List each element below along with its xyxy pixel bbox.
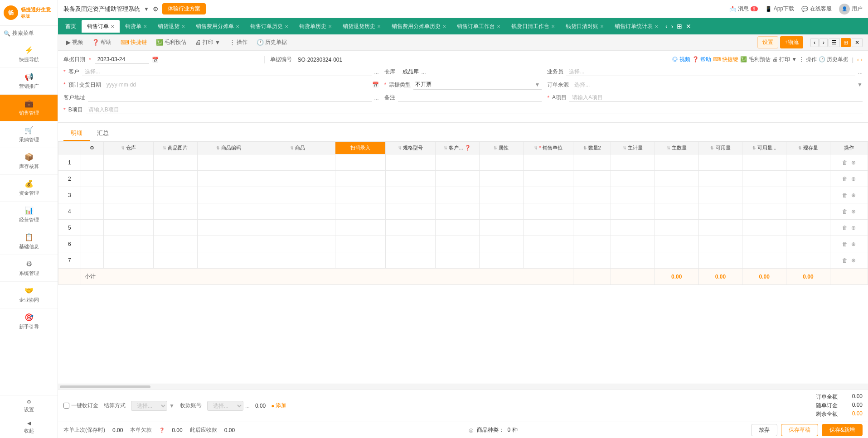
a-project-input[interactable] [569, 93, 863, 102]
row-1-attr[interactable] [479, 154, 523, 171]
tab-close-icon-4[interactable]: ✕ [236, 24, 239, 29]
tab-close-icon-6[interactable]: ✕ [328, 24, 332, 29]
tab-close-icon-8[interactable]: ✕ [442, 24, 446, 29]
add-goods-btn[interactable]: +物流 [780, 36, 803, 48]
tab-home[interactable]: 首页 [60, 20, 82, 33]
tab-close-icon-7[interactable]: ✕ [377, 24, 381, 29]
history-btn[interactable]: 🕐 历史单据 [254, 38, 290, 47]
list-view-btn[interactable]: ☰ [829, 38, 840, 47]
sidebar-item-quick-nav[interactable]: ⚡ 快捷导航 [0, 41, 58, 68]
staff-more-btn[interactable]: ... [858, 69, 863, 75]
th-unit[interactable]: ⇅ * 销售单位 [523, 142, 573, 154]
tab-close-icon-11[interactable]: ✕ [600, 24, 604, 29]
view-toolbar-btn[interactable]: ◎ 视频 [672, 56, 690, 63]
tab-close-icon[interactable]: ✕ [111, 24, 114, 29]
delivery-input[interactable] [104, 81, 369, 89]
help-btn[interactable]: ❓ 帮助 [89, 38, 114, 47]
row-2-unit[interactable] [523, 171, 573, 187]
row-7-copy-icon[interactable]: ⊕ [851, 257, 856, 264]
ops-toolbar-btn[interactable]: ⋮ 操作 [799, 56, 816, 63]
tab-daily-reconcile[interactable]: 钱货日清对账 ✕ [560, 20, 609, 33]
warehouse-more-btn[interactable]: ... [422, 69, 426, 75]
invoice-select[interactable]: 不开票 ▼ [413, 80, 542, 90]
scroll-thumb[interactable] [60, 385, 150, 388]
tab-close-icon-10[interactable]: ✕ [551, 24, 555, 29]
tab-return-history[interactable]: 销货退货历史 ✕ [337, 20, 386, 33]
row-2-warehouse[interactable] [103, 171, 154, 187]
row-4-delete-icon[interactable]: 🗑 [842, 208, 848, 215]
row-3-copy-icon[interactable]: ⊕ [851, 192, 856, 198]
msg-btn[interactable]: 📩 消息 9 [729, 5, 758, 13]
customer-input[interactable] [82, 67, 372, 76]
save-new-btn[interactable]: 保存&新增 [822, 424, 863, 436]
th-main-unit[interactable]: ⇅ 主计量 [611, 142, 655, 154]
sidebar-search[interactable]: 🔍 搜索菜单 [0, 26, 58, 41]
row-2-qty2[interactable] [573, 171, 611, 187]
industry-btn[interactable]: 体验行业方案 [162, 3, 206, 14]
shortcut-btn[interactable]: ⌨ 快捷键 [118, 38, 150, 47]
tab-sales-fee[interactable]: 销售费用分摊单 ✕ [190, 20, 245, 33]
tab-sales-goods[interactable]: 销货单 ✕ [120, 20, 152, 33]
close-form-btn[interactable]: ✕ [852, 38, 863, 47]
row-2-main-qty[interactable] [655, 171, 698, 187]
row-2-copy-icon[interactable]: ⊕ [851, 176, 856, 182]
operation-btn[interactable]: ⋮ 操作 [227, 38, 250, 47]
app-download-btn[interactable]: 📱 App下载 [765, 5, 794, 13]
th-spec[interactable]: ⇅ 规格型号 [385, 142, 436, 154]
row-2-delete-icon[interactable]: 🗑 [842, 176, 848, 182]
tab-close-all-btn[interactable]: ✕ [684, 23, 693, 30]
th-scan[interactable]: 扫码录入 [335, 142, 385, 154]
tab-prev-btn[interactable]: ‹ [664, 23, 669, 30]
th-warehouse[interactable]: ⇅ 仓库 [103, 142, 154, 154]
scroll-indicator[interactable] [58, 384, 868, 389]
row-4-copy-icon[interactable]: ⊕ [851, 208, 856, 215]
grid-view-btn[interactable]: ⊞ [841, 38, 851, 47]
tab-close-icon-9[interactable]: ✕ [497, 24, 500, 29]
customer-more-btn[interactable]: ... [374, 69, 379, 75]
nav-prev-btn[interactable]: ‹ [857, 57, 859, 63]
sidebar-item-sales[interactable]: 💼 销售管理 [0, 95, 58, 121]
row-1-product[interactable] [260, 154, 335, 171]
row-5-delete-icon[interactable]: 🗑 [842, 225, 848, 231]
tab-daily-clear[interactable]: 钱货日清工作台 ✕ [506, 20, 560, 33]
remark-input[interactable] [398, 93, 542, 102]
th-attr[interactable]: ⇅ 属性 [479, 142, 523, 154]
sidebar-settings-btn[interactable]: ⚙ 设置 [0, 395, 58, 417]
sidebar-item-purchase[interactable]: 🛒 采购管理 [0, 121, 58, 148]
th-code[interactable]: ⇅ 商品编码 [197, 142, 260, 154]
payment-method-select[interactable]: 选择... [131, 401, 167, 411]
sidebar-item-management[interactable]: 📊 经营管理 [0, 202, 58, 228]
th-settings[interactable]: ⚙ [81, 142, 103, 154]
sidebar-collapse-btn[interactable]: ◀ 收起 [0, 417, 58, 438]
row-1-unit[interactable] [523, 154, 573, 171]
row-3-delete-icon[interactable]: 🗑 [842, 192, 848, 198]
sidebar-item-system[interactable]: ⚙ 系统管理 [0, 255, 58, 282]
one-click-checkbox[interactable] [63, 403, 69, 409]
row-2-code[interactable] [197, 171, 260, 187]
calendar-icon[interactable]: 📅 [152, 57, 159, 63]
nav-next-btn[interactable]: › [861, 57, 863, 63]
tab-sales-stat[interactable]: 销售订单统计表 ✕ [609, 20, 664, 33]
system-select-btn[interactable]: ▼ [144, 6, 149, 12]
order-source-input[interactable] [572, 81, 854, 89]
user-area[interactable]: 👤 用户 [839, 4, 863, 14]
print-btn[interactable]: 🖨 打印 ▼ [193, 38, 223, 47]
th-customer-code[interactable]: ⇅ 客户... ❓ [436, 142, 480, 154]
th-avail2[interactable]: ⇅ 可用量... [742, 142, 786, 154]
th-image[interactable]: ⇅ 商品图片 [154, 142, 198, 154]
b-project-input[interactable] [86, 106, 863, 114]
row-1-main-qty[interactable] [655, 154, 698, 171]
row-1-cust-code[interactable] [436, 154, 480, 171]
discard-btn[interactable]: 放弃 [751, 424, 777, 436]
th-main-qty[interactable]: ⇅ 主数量 [655, 142, 698, 154]
tab-goods-history[interactable]: 销货单历史 ✕ [294, 20, 337, 33]
top-settings-btn[interactable]: ⚙ [153, 5, 159, 13]
tab-detail[interactable]: 明细 [63, 126, 90, 141]
profit-btn[interactable]: 💹 毛利预估 [153, 38, 189, 47]
tab-sales-order[interactable]: 销售订单 ✕ [82, 20, 120, 33]
row-7-delete-icon[interactable]: 🗑 [842, 257, 848, 264]
tab-order-workbench[interactable]: 销售订单工作台 ✕ [451, 20, 506, 33]
account-more-icon[interactable]: ... [245, 403, 250, 409]
tab-close-icon-2[interactable]: ✕ [143, 24, 147, 29]
address-more-btn[interactable]: ... [374, 95, 379, 101]
